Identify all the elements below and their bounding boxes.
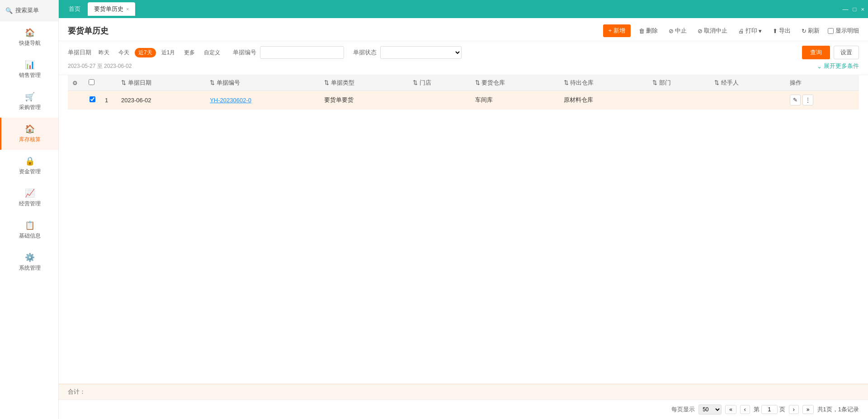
td-checkbox bbox=[84, 91, 100, 110]
sidebar-search[interactable]: 🔍 搜索菜单 bbox=[0, 0, 58, 21]
table-header-row: ⚙ ⇅ 单据日期 ⇅ 单据编号 ⇅ 单据类型 ⇅ 门店 ⇅ 要货仓库 ⇅ 待出 bbox=[68, 75, 859, 91]
settings-icon[interactable]: ⚙ bbox=[72, 80, 78, 86]
th-num bbox=[100, 75, 117, 91]
th-operation: 操作 bbox=[785, 75, 859, 91]
th-store: ⇅ 门店 bbox=[408, 75, 470, 91]
last-page-button[interactable]: » bbox=[802, 405, 814, 414]
tab-label-home: 首页 bbox=[69, 5, 80, 13]
sidebar-icon-quick-nav: 🏠 bbox=[25, 28, 35, 38]
sidebar-item-quick-nav[interactable]: 🏠快捷导航 bbox=[0, 21, 58, 53]
header-actions: + 新增 🗑 删除 ⊘ 中止 ⊘ 取消中止 🖨 打 bbox=[603, 24, 859, 37]
td-store bbox=[408, 91, 470, 110]
display-detail-toggle[interactable]: 显示明细 bbox=[828, 27, 859, 35]
maximize-button[interactable]: □ bbox=[853, 6, 857, 13]
print-icon: 🖨 bbox=[738, 28, 744, 34]
td-doc-date: 2023-06-02 bbox=[117, 91, 205, 110]
td-operation: ✎ ⋮ bbox=[785, 91, 859, 110]
sidebar: 🔍 搜索菜单 🏠快捷导航📊销售管理🛒采购管理🏠库存核算🔒资金管理📈经营管理📋基础… bbox=[0, 0, 59, 419]
td-doc-no: YH-20230602-0 bbox=[205, 91, 320, 110]
delete-button[interactable]: 🗑 删除 bbox=[636, 25, 660, 37]
display-detail-checkbox[interactable] bbox=[828, 28, 834, 34]
next-page-button[interactable]: › bbox=[789, 405, 799, 414]
date-tab-today[interactable]: 今天 bbox=[115, 48, 133, 57]
sidebar-label-inventory: 库存核算 bbox=[19, 136, 41, 143]
select-all-checkbox[interactable] bbox=[89, 79, 94, 85]
suspend-icon: ⊘ bbox=[669, 28, 674, 34]
date-tab-last7[interactable]: 近7天 bbox=[135, 48, 156, 57]
query-button[interactable]: 查询 bbox=[802, 46, 830, 59]
print-dropdown-icon: ▾ bbox=[759, 28, 762, 34]
export-button[interactable]: ⬆ 导出 bbox=[770, 25, 793, 37]
doc-no-filter-group: 单据编号 bbox=[233, 46, 344, 59]
date-filter-group: 单据日期 昨天今天近7天近1月更多自定义 bbox=[68, 48, 224, 57]
th-settings: ⚙ bbox=[68, 75, 84, 91]
sidebar-icon-purchase: 🛒 bbox=[25, 92, 35, 102]
sidebar-item-basic-info[interactable]: 📋基础信息 bbox=[0, 214, 58, 246]
cancel-suspend-icon: ⊘ bbox=[698, 28, 703, 34]
doc-no-input[interactable] bbox=[260, 46, 344, 59]
settings-button[interactable]: 设置 bbox=[834, 46, 859, 59]
print-button[interactable]: 🖨 打印 ▾ bbox=[736, 25, 764, 37]
sidebar-search-label: 搜索菜单 bbox=[15, 6, 39, 14]
doc-status-select[interactable] bbox=[380, 46, 462, 59]
first-page-button[interactable]: « bbox=[725, 405, 736, 414]
sidebar-label-system: 系统管理 bbox=[19, 264, 41, 272]
page-size-select[interactable]: 50 10 20 100 bbox=[698, 405, 722, 414]
date-label: 单据日期 bbox=[68, 48, 91, 57]
suspend-button[interactable]: ⊘ 中止 bbox=[666, 25, 689, 37]
tab-close-requisition-history[interactable]: × bbox=[126, 6, 129, 12]
th-checkbox bbox=[84, 75, 100, 91]
sidebar-item-operation[interactable]: 📈经营管理 bbox=[0, 182, 58, 214]
th-req-warehouse: ⇅ 要货仓库 bbox=[471, 75, 559, 91]
sidebar-item-purchase[interactable]: 🛒采购管理 bbox=[0, 86, 58, 118]
date-range-display: 2023-05-27 至 2023-06-02 bbox=[68, 62, 132, 70]
sidebar-label-purchase: 采购管理 bbox=[19, 104, 41, 111]
export-icon: ⬆ bbox=[773, 28, 778, 34]
sidebar-icon-sales: 📊 bbox=[25, 60, 35, 70]
th-handler: ⇅ 经手人 bbox=[710, 75, 785, 91]
filter-row-1: 单据日期 昨天今天近7天近1月更多自定义 单据编号 单据状态 查 bbox=[68, 46, 859, 59]
sidebar-icon-finance: 🔒 bbox=[25, 156, 35, 166]
refresh-button[interactable]: ↻ 刷新 bbox=[799, 25, 822, 37]
tab-home[interactable]: 首页 bbox=[62, 2, 87, 16]
cancel-suspend-button[interactable]: ⊘ 取消中止 bbox=[695, 25, 730, 37]
new-button[interactable]: + 新增 bbox=[603, 24, 631, 37]
sidebar-icon-basic-info: 📋 bbox=[25, 220, 35, 230]
sidebar-label-basic-info: 基础信息 bbox=[19, 232, 41, 240]
td-pending-warehouse: 原材料仓库 bbox=[559, 91, 648, 110]
sidebar-icon-system: ⚙️ bbox=[25, 252, 35, 262]
row-more-button[interactable]: ⋮ bbox=[802, 95, 813, 105]
td-num: 1 bbox=[100, 91, 117, 110]
doc-no-link[interactable]: YH-20230602-0 bbox=[210, 97, 251, 104]
sidebar-item-inventory[interactable]: 🏠库存核算 bbox=[0, 118, 58, 150]
sidebar-item-sales[interactable]: 📊销售管理 bbox=[0, 53, 58, 86]
minimize-button[interactable]: — bbox=[843, 6, 849, 13]
sidebar-item-finance[interactable]: 🔒资金管理 bbox=[0, 150, 58, 182]
sidebar-item-system[interactable]: ⚙️系统管理 bbox=[0, 246, 58, 278]
date-tab-yesterday[interactable]: 昨天 bbox=[95, 48, 113, 57]
filter-area: 单据日期 昨天今天近7天近1月更多自定义 单据编号 单据状态 查 bbox=[59, 41, 868, 75]
date-tab-last_month[interactable]: 近1月 bbox=[158, 48, 179, 57]
date-tab-more[interactable]: 更多 bbox=[180, 48, 198, 57]
total-info: 共1页，1条记录 bbox=[817, 405, 859, 414]
table-row: 1 2023-06-02 YH-20230602-0 要货单要货 车间库 原材料… bbox=[68, 91, 859, 110]
data-table: ⚙ ⇅ 单据日期 ⇅ 单据编号 ⇅ 单据类型 ⇅ 门店 ⇅ 要货仓库 ⇅ 待出 bbox=[68, 75, 859, 110]
date-tabs: 昨天今天近7天近1月更多自定义 bbox=[95, 48, 224, 57]
date-tab-custom[interactable]: 自定义 bbox=[200, 48, 224, 57]
doc-status-filter-group: 单据状态 bbox=[353, 46, 462, 59]
row-checkbox[interactable] bbox=[90, 96, 95, 102]
th-doc-date: ⇅ 单据日期 bbox=[117, 75, 205, 91]
tab-requisition-history[interactable]: 要货单历史× bbox=[88, 2, 135, 16]
doc-status-label: 单据状态 bbox=[353, 48, 377, 57]
sidebar-label-operation: 经营管理 bbox=[19, 200, 41, 208]
row-edit-button[interactable]: ✎ bbox=[790, 95, 801, 105]
page-number-input[interactable] bbox=[761, 405, 778, 414]
td-handler bbox=[710, 91, 785, 110]
expand-icon: ⌄ bbox=[817, 63, 822, 70]
td-req-warehouse: 车间库 bbox=[471, 91, 559, 110]
table-body: 1 2023-06-02 YH-20230602-0 要货单要货 车间库 原材料… bbox=[68, 91, 859, 110]
prev-page-button[interactable]: ‹ bbox=[740, 405, 750, 414]
sidebar-label-quick-nav: 快捷导航 bbox=[19, 39, 41, 47]
expand-more-button[interactable]: ⌄ 展开更多条件 bbox=[817, 62, 859, 70]
close-button[interactable]: × bbox=[861, 6, 864, 13]
